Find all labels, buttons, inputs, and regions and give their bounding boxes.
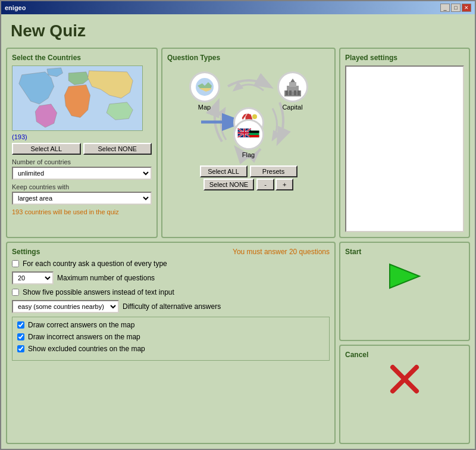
- checkbox-five-answers-label: Show five possible answers instead of te…: [23, 288, 174, 296]
- qt-map-label: Map: [198, 104, 211, 111]
- checkbox-every-type[interactable]: [12, 260, 19, 267]
- number-select-wrapper: unlimited 10 20 50: [12, 167, 152, 180]
- draw-correct-label: Draw correct answers on the map: [28, 321, 134, 329]
- select-all-qt-button[interactable]: Select ALL: [200, 165, 248, 177]
- draw-incorrect-row: Draw incorrect answers on the map: [17, 333, 324, 341]
- select-none-countries-button[interactable]: Select NONE: [83, 143, 152, 155]
- countries-note: 193 countries will be used in the quiz: [12, 208, 152, 215]
- show-excluded-checkbox[interactable]: [17, 345, 24, 352]
- titlebar: enigeo _ □ ✕: [1, 1, 475, 14]
- qt-capital-icon: [277, 71, 308, 102]
- question-types-panel: Question Types: [161, 48, 336, 238]
- draw-incorrect-checkbox[interactable]: [17, 333, 24, 340]
- maximize-button[interactable]: □: [451, 4, 461, 12]
- map-count: (193): [12, 133, 152, 140]
- max-questions-select[interactable]: 20 10 30 50: [12, 271, 54, 285]
- svg-rect-9: [294, 90, 296, 95]
- page-title: New Quiz: [6, 19, 470, 43]
- qt-capital-label: Capital: [282, 104, 302, 111]
- max-questions-field: 20 10 30 50 Maximum number of questions: [12, 271, 330, 285]
- draw-incorrect-label: Draw incorrect answers on the map: [28, 333, 140, 341]
- qt-map-item[interactable]: Map: [189, 71, 220, 111]
- select-all-countries-button[interactable]: Select ALL: [12, 143, 81, 155]
- svg-rect-10: [298, 90, 300, 95]
- checkbox-five-answers-row: Show five possible answers instead of te…: [12, 288, 330, 296]
- cancel-title: Cancel: [345, 351, 368, 359]
- presets-plus-button[interactable]: +: [275, 179, 293, 190]
- svg-rect-7: [286, 90, 288, 95]
- checkbox-five-answers[interactable]: [12, 289, 19, 296]
- keep-select-wrapper: largest area smallest area most populati…: [12, 192, 152, 205]
- number-select[interactable]: unlimited 10 20 50: [12, 167, 152, 180]
- show-excluded-row: Show excluded countries on the map: [17, 345, 324, 353]
- presets-minus-button[interactable]: -: [256, 179, 274, 190]
- difficulty-select[interactable]: easy (some countries nearby) medium hard: [12, 300, 119, 313]
- main-window: enigeo _ □ ✕ New Quiz Select the Countri…: [0, 0, 476, 450]
- played-settings-content: [345, 65, 464, 232]
- draw-correct-checkbox[interactable]: [17, 321, 24, 329]
- qt-flag-item[interactable]: Flag: [233, 119, 264, 158]
- played-settings-panel: Played settings: [339, 48, 470, 238]
- window-title: enigeo: [5, 4, 26, 11]
- svg-point-13: [252, 114, 257, 119]
- svg-rect-17: [249, 131, 259, 133]
- countries-panel: Select the Countries: [6, 48, 158, 238]
- action-panel: Start Cancel: [339, 242, 470, 444]
- titlebar-buttons: _ □ ✕: [440, 4, 471, 12]
- settings-panel: Settings You must answer 20 questions Fo…: [6, 242, 336, 444]
- keep-select[interactable]: largest area smallest area most populati…: [12, 192, 152, 205]
- qt-capital-item[interactable]: Capital: [277, 71, 308, 111]
- qt-flag-label: Flag: [242, 151, 255, 158]
- close-button[interactable]: ✕: [462, 4, 471, 12]
- start-title: Start: [345, 248, 361, 256]
- max-questions-label: Maximum number of questions: [57, 274, 155, 282]
- cancel-panel: Cancel: [339, 345, 470, 444]
- presets-button[interactable]: Presets: [250, 165, 298, 177]
- countries-btn-row: Select ALL Select NONE: [12, 143, 152, 155]
- qt-flag-icon: [233, 119, 264, 150]
- svg-rect-8: [289, 90, 292, 95]
- keep-label: Keep countries with: [12, 183, 152, 190]
- checkbox-every-type-row: For each country ask a question of every…: [12, 260, 330, 268]
- svg-marker-19: [390, 264, 419, 288]
- minimize-button[interactable]: _: [440, 4, 450, 12]
- countries-panel-title: Select the Countries: [12, 54, 152, 62]
- cancel-button[interactable]: [345, 361, 464, 397]
- must-answer-text: You must answer 20 questions: [233, 248, 330, 256]
- checkbox-every-type-label: For each country ask a question of every…: [23, 260, 167, 268]
- question-types-area: Map: [167, 65, 330, 190]
- start-button[interactable]: [345, 258, 464, 294]
- qt-circle: Map: [189, 65, 308, 164]
- svg-rect-6: [289, 82, 296, 87]
- svg-rect-18: [249, 135, 259, 138]
- question-types-title: Question Types: [167, 54, 330, 62]
- world-map[interactable]: [12, 65, 143, 131]
- difficulty-label: Difficulty of alternative answers: [123, 302, 221, 311]
- qt-map-icon: [189, 71, 220, 102]
- window-content: New Quiz Select the Countries: [1, 14, 475, 449]
- number-label: Number of countries: [12, 158, 152, 165]
- number-of-countries-group: Number of countries unlimited 10 20 50: [12, 158, 152, 180]
- played-settings-title: Played settings: [345, 54, 464, 62]
- start-panel: Start: [339, 242, 470, 341]
- keep-countries-group: Keep countries with largest area smalles…: [12, 183, 152, 205]
- draw-section: Draw correct answers on the map Draw inc…: [12, 317, 330, 361]
- show-excluded-label: Show excluded countries on the map: [28, 345, 145, 353]
- draw-correct-row: Draw correct answers on the map: [17, 321, 324, 329]
- select-none-qt-button[interactable]: Select NONE: [203, 179, 254, 190]
- difficulty-field: easy (some countries nearby) medium hard…: [12, 300, 330, 313]
- main-grid: Select the Countries: [6, 48, 470, 444]
